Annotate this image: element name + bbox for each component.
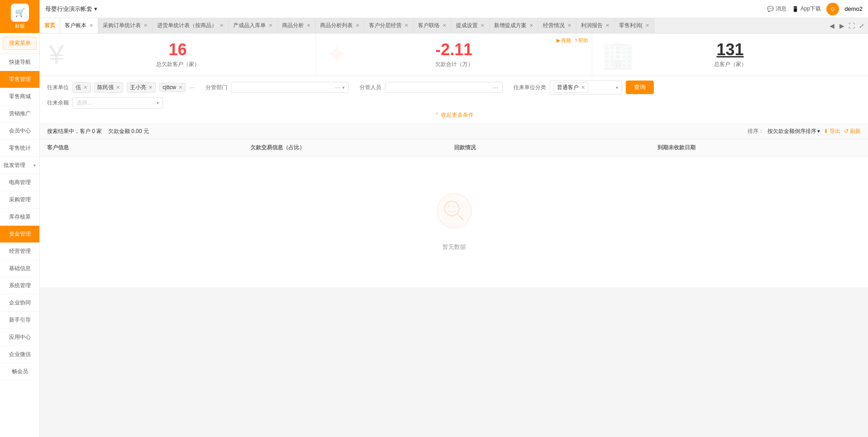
collapse-button[interactable]: ⌃ 收起更多条件 [435, 111, 474, 119]
filter-tag-cjttcw[interactable]: cjttcw ✕ [159, 83, 186, 92]
sort-label: 排序： [748, 128, 764, 135]
tab-close-icon[interactable]: ✕ [89, 23, 93, 28]
sidebar-item-quick-nav[interactable]: 快捷导航 [0, 54, 39, 71]
category-tag-close[interactable]: ✕ [581, 85, 585, 90]
sidebar-item-retail[interactable]: 零售管理 [0, 71, 39, 88]
filter-tag-close-chen[interactable]: ✕ [116, 85, 120, 90]
balance-select[interactable]: 选择... ▾ [72, 97, 163, 109]
result-bar: 搜索结果中，客户 0 家 欠款金额 0.00 元 排序： 按欠款金额倒序排序 ▾… [40, 124, 868, 139]
message-button[interactable]: 💬 消息 [767, 5, 786, 13]
svg-point-4 [452, 205, 454, 207]
tab-new-promotion[interactable]: 新增提成方案 ✕ [489, 18, 538, 33]
sidebar-item-member[interactable]: 会员中心 [0, 123, 39, 140]
sidebar-item-retail-mall[interactable]: 零售商城 [0, 88, 39, 105]
sidebar-item-retail-stat[interactable]: 零售统计 [0, 140, 39, 157]
tab-profit-report[interactable]: 利润报告 ✕ [576, 18, 614, 33]
sidebar-item-label: 采购管理 [9, 196, 31, 203]
tab-close-icon[interactable]: ✕ [404, 23, 408, 28]
sidebar-item-inventory[interactable]: 库存核算 [0, 209, 39, 226]
export-button[interactable]: ⬇ 导出 [824, 128, 840, 135]
tab-close-icon[interactable]: ✕ [605, 23, 609, 28]
sidebar-item-label: 畅会员 [12, 368, 28, 375]
tab-close-icon[interactable]: ✕ [307, 23, 311, 28]
category-tag-normal[interactable]: 普通客户 ✕ [554, 82, 588, 93]
tab-fullscreen-button[interactable]: ⤢ [857, 21, 866, 30]
app-download-button[interactable]: 📱 App下载 [792, 5, 821, 13]
tab-stock-stat[interactable]: 进货单统计表（按商品） ✕ [153, 18, 229, 33]
avatar[interactable]: D [826, 3, 839, 15]
workspace-selector[interactable]: 母婴行业演示帐套 ▾ [45, 5, 97, 13]
person-select[interactable]: ··· [385, 82, 503, 93]
tab-close-icon[interactable]: ✕ [442, 23, 446, 28]
tab-retail-profit[interactable]: 零售利润( ✕ [614, 18, 654, 33]
sort-select[interactable]: 按欠款金额倒序排序 ▾ [767, 128, 820, 135]
result-info: 搜索结果中，客户 0 家 欠款金额 0.00 元 [47, 128, 149, 135]
sidebar-item-label: 基础信息 [9, 265, 31, 271]
tab-close-icon[interactable]: ✕ [529, 23, 533, 28]
chevron-down-icon: ▾ [616, 85, 618, 90]
sidebar-item-vip[interactable]: 畅会员 [0, 363, 39, 380]
search-menu-button[interactable]: 搜索菜单 [3, 37, 37, 50]
tab-production-stock[interactable]: 产成品入库单 ✕ [229, 18, 278, 33]
sidebar-item-ecommerce[interactable]: 电商管理 [0, 174, 39, 191]
sidebar-item-corp[interactable]: 企业协同 [0, 294, 39, 312]
sidebar-item-system[interactable]: 系统管理 [0, 277, 39, 294]
refresh-button[interactable]: ↺ 刷新 [844, 128, 861, 135]
sidebar-item-operation[interactable]: 经营管理 [0, 243, 39, 260]
tab-purchase-order-stat[interactable]: 采购订单统计表 ✕ [98, 18, 153, 33]
tab-close-icon[interactable]: ✕ [220, 23, 224, 28]
tab-home[interactable]: 首页 [40, 18, 60, 33]
filter-tag-close-wu[interactable]: ✕ [83, 85, 87, 90]
video-help-button[interactable]: ▶ 视频 [556, 37, 571, 44]
tab-promotion-settings[interactable]: 提成设置 ✕ [451, 18, 489, 33]
tab-label: 客户账本 [65, 22, 86, 29]
department-select[interactable]: ··· ▾ [231, 82, 349, 93]
sidebar-item-wechat[interactable]: 企业微信 [0, 346, 39, 363]
filter-tag-chen[interactable]: 陈民强 ✕ [94, 82, 123, 93]
category-select[interactable]: 普通客户 ✕ ▾ [550, 81, 622, 95]
filter-tag-close-wang[interactable]: ✕ [149, 85, 153, 90]
empty-text: 暂无数据 [442, 243, 466, 251]
tab-customer-contact[interactable]: 客户联络 ✕ [413, 18, 451, 33]
svg-point-3 [448, 205, 450, 207]
filter-tag-wang[interactable]: 王小亮 ✕ [127, 82, 156, 93]
tab-customer-segment[interactable]: 客户分层经营 ✕ [364, 18, 413, 33]
tab-close-icon[interactable]: ✕ [480, 23, 484, 28]
tab-close-icon[interactable]: ✕ [144, 23, 148, 28]
sidebar-item-newbie[interactable]: 新手引导 [0, 312, 39, 329]
help-button[interactable]: ? 帮助 [575, 37, 588, 44]
export-label: 导出 [830, 128, 840, 135]
sidebar-item-finance[interactable]: 资金管理 [0, 226, 39, 243]
sidebar-item-wholesale[interactable]: 批发管理 ▾ [0, 157, 39, 174]
tab-expand-button[interactable]: ⛶ [847, 21, 856, 30]
sidebar: 🛒 标版 搜索菜单 快捷导航 零售管理 零售商城 营销推广 会员中心 零售统计 … [0, 0, 40, 437]
tab-close-icon[interactable]: ✕ [355, 23, 360, 28]
sidebar-item-label: 零售管理 [9, 76, 31, 82]
tab-close-icon[interactable]: ✕ [645, 23, 649, 28]
tab-goods-analysis[interactable]: 商品分析 ✕ [278, 18, 316, 33]
company-filter-label: 往来单位 [47, 84, 69, 91]
sidebar-item-purchase[interactable]: 采购管理 [0, 191, 39, 209]
amount-label: 欠款金额 [108, 128, 130, 134]
tab-close-icon[interactable]: ✕ [567, 23, 571, 28]
tab-close-icon[interactable]: ✕ [269, 23, 273, 28]
stat-bg-icon-2: ✦ [325, 38, 348, 70]
query-button[interactable]: 查询 [626, 81, 654, 94]
sidebar-item-appstore[interactable]: 应用中心 [0, 329, 39, 346]
sidebar-logo[interactable]: 🛒 标版 [0, 0, 39, 33]
sidebar-item-label: 营销推广 [9, 110, 31, 117]
filter-more-tags-button[interactable]: ··· [189, 84, 195, 91]
tab-operation-status[interactable]: 经营情况 ✕ [538, 18, 576, 33]
search-result-text: 搜索结果中，客户 [47, 128, 91, 134]
tab-prev-button[interactable]: ◀ [827, 21, 836, 30]
stat-value-overdue-amount: -2.11 [435, 41, 472, 59]
person-filter-label: 分管人员 [360, 84, 381, 91]
tab-goods-analysis-list[interactable]: 商品分析列表 ✕ [316, 18, 364, 33]
sidebar-item-marketing[interactable]: 营销推广 [0, 105, 39, 123]
filter-tag-wu[interactable]: 伍 ✕ [72, 82, 91, 93]
filter-tag-close-cjttcw[interactable]: ✕ [178, 85, 182, 90]
tab-label: 客户联络 [418, 22, 440, 29]
tab-customer-book[interactable]: 客户账本 ✕ [60, 18, 98, 33]
sidebar-item-basic[interactable]: 基础信息 [0, 260, 39, 277]
tab-next-button[interactable]: ▶ [837, 21, 846, 30]
